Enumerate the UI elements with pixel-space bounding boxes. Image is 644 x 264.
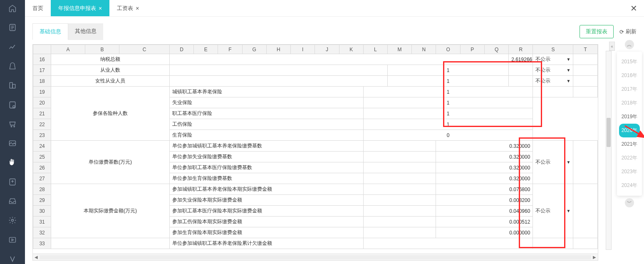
vertical-scrollbar[interactable] <box>606 51 612 250</box>
column-header[interactable]: T <box>573 45 598 54</box>
cell-value[interactable] <box>509 65 533 76</box>
row-header[interactable]: 26 <box>33 162 51 173</box>
cell-value[interactable] <box>509 76 533 87</box>
year-item[interactable]: 2022年 <box>619 151 640 165</box>
column-header[interactable]: E <box>194 45 218 54</box>
cell-value[interactable]: 0.320000 <box>436 141 533 152</box>
cell-value[interactable]: 0 <box>363 130 533 141</box>
column-header[interactable]: Q <box>484 45 508 54</box>
row-header[interactable]: 30 <box>33 206 51 217</box>
column-header[interactable]: L <box>363 45 387 54</box>
column-header[interactable]: O <box>436 45 460 54</box>
tab-salary[interactable]: 工资表 × <box>109 0 146 16</box>
year-item[interactable]: 2021年 <box>619 137 640 151</box>
cell[interactable] <box>533 87 573 97</box>
cell-value[interactable] <box>363 141 436 152</box>
row-header[interactable]: 27 <box>33 173 51 184</box>
cell-value[interactable]: 0.003200 <box>436 195 533 206</box>
cell-value[interactable]: 1 <box>388 65 509 76</box>
nav-hand-icon[interactable] <box>5 157 20 167</box>
column-header[interactable]: R <box>509 45 533 54</box>
visibility-dropdown[interactable]: 不公示▼ <box>533 76 573 87</box>
visibility-dropdown[interactable]: 不公示▼ <box>533 54 573 65</box>
nav-report-icon[interactable] <box>5 100 20 110</box>
tab-annual-report[interactable]: 年报信息申报表 × <box>51 0 109 16</box>
cell[interactable] <box>573 76 598 87</box>
cell-value[interactable] <box>363 173 436 184</box>
cell[interactable] <box>169 76 387 87</box>
nav-v-icon[interactable] <box>5 254 20 264</box>
cell-value[interactable]: 0.076800 <box>436 184 533 195</box>
column-header[interactable]: M <box>388 45 412 54</box>
nav-gear-icon[interactable] <box>5 215 20 225</box>
reset-report-button[interactable]: 重置报表 <box>580 25 614 38</box>
row-header[interactable]: 19 <box>33 87 51 97</box>
cell-value[interactable] <box>363 184 436 195</box>
scroll-left-icon[interactable]: ◀ <box>33 255 40 259</box>
cell-value[interactable]: 0.320000 <box>436 162 533 173</box>
cell-value[interactable]: 2.619266 <box>509 54 533 65</box>
row-header[interactable]: 16 <box>33 54 51 65</box>
year-item[interactable]: 2023年 <box>619 165 640 179</box>
row-header[interactable]: 33 <box>33 238 51 249</box>
row-header[interactable]: 28 <box>33 184 51 195</box>
row-header[interactable]: 18 <box>33 76 51 87</box>
collapse-handle-icon[interactable]: « <box>609 42 615 51</box>
nav-chart-icon[interactable] <box>5 42 20 52</box>
cell-value[interactable]: 1 <box>363 119 533 130</box>
row-header[interactable]: 17 <box>33 65 51 76</box>
tab-home[interactable]: 首页 <box>25 0 51 16</box>
visibility-dropdown[interactable]: 不公示▼ <box>533 184 573 238</box>
cell-value[interactable] <box>363 217 436 227</box>
nav-form-icon[interactable] <box>5 22 20 32</box>
cell-value[interactable]: 0.000000 <box>436 227 533 238</box>
subtab-basic[interactable]: 基础信息 <box>32 23 68 40</box>
cell-value[interactable] <box>363 152 436 162</box>
cell-value[interactable] <box>363 238 533 249</box>
column-header[interactable]: I <box>291 45 315 54</box>
year-up-icon[interactable]: ︽ <box>625 40 634 49</box>
subtab-other[interactable]: 其他信息 <box>68 23 103 40</box>
cell[interactable] <box>573 54 598 65</box>
cell-value[interactable]: 0.000512 <box>436 217 533 227</box>
year-item[interactable]: 2017年 <box>619 82 640 96</box>
year-item[interactable]: 2020年 <box>619 124 640 137</box>
cell[interactable] <box>169 54 508 65</box>
row-header[interactable]: 21 <box>33 108 51 119</box>
cell-value[interactable] <box>363 227 436 238</box>
column-header[interactable]: F <box>218 45 242 54</box>
cell-value[interactable] <box>363 162 436 173</box>
column-header[interactable]: P <box>460 45 484 54</box>
year-down-icon[interactable]: ︾ <box>625 198 634 207</box>
close-icon[interactable]: ✕ <box>627 0 640 16</box>
cell-value[interactable] <box>363 206 436 217</box>
column-header[interactable]: S <box>533 45 573 54</box>
nav-image-icon[interactable] <box>5 138 20 148</box>
cell[interactable] <box>573 141 598 184</box>
nav-export-icon[interactable] <box>5 177 20 187</box>
column-header[interactable]: C <box>119 45 170 54</box>
row-header[interactable]: 25 <box>33 152 51 162</box>
column-header[interactable]: B <box>85 45 119 54</box>
cell-value[interactable]: 1 <box>363 87 533 97</box>
refresh-button[interactable]: ⟳ 刷新 <box>619 28 637 35</box>
row-header[interactable]: 31 <box>33 217 51 227</box>
visibility-dropdown[interactable]: 不公示▼ <box>533 141 573 184</box>
column-header[interactable]: A <box>51 45 85 54</box>
nav-building-icon[interactable] <box>5 80 20 90</box>
row-header[interactable]: 22 <box>33 119 51 130</box>
cell-value[interactable] <box>363 195 436 206</box>
spreadsheet[interactable]: ABCDEFGHIJKLMNOPQRST 16纳税总额2.619266不公示▼1… <box>32 44 598 254</box>
column-header[interactable]: H <box>266 45 290 54</box>
year-item[interactable]: 2018年 <box>619 96 640 110</box>
cell[interactable] <box>573 87 598 97</box>
visibility-dropdown[interactable]: 不公示▼ <box>533 65 573 76</box>
cell[interactable] <box>573 184 598 238</box>
column-header[interactable] <box>33 45 51 54</box>
year-item[interactable]: 2019年 <box>619 110 640 124</box>
column-header[interactable]: D <box>169 45 193 54</box>
row-header[interactable]: 23 <box>33 130 51 141</box>
cell-value[interactable]: 1 <box>388 76 509 87</box>
nav-inbox-icon[interactable] <box>5 196 20 206</box>
row-header[interactable]: 32 <box>33 227 51 238</box>
